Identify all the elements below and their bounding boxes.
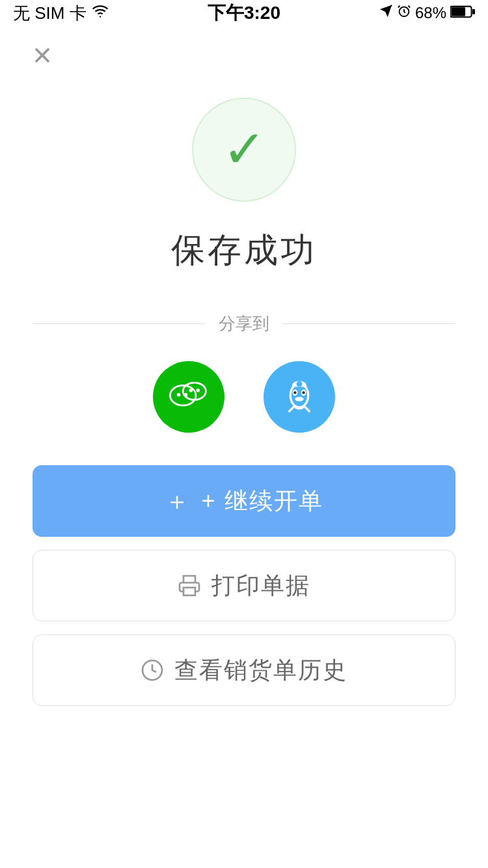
svg-rect-23: [183, 588, 195, 595]
svg-marker-2: [380, 5, 392, 17]
share-divider: 分享到: [33, 312, 455, 335]
svg-point-21: [295, 397, 303, 401]
location-icon: [379, 4, 393, 22]
qq-share-button[interactable]: [264, 361, 335, 433]
status-right: 68%: [379, 4, 475, 22]
svg-point-14: [197, 388, 200, 392]
clock-icon: [141, 658, 164, 682]
continue-label: + 继续开单: [201, 485, 323, 517]
share-label: 分享到: [219, 312, 269, 335]
wifi-icon: [92, 3, 109, 24]
print-button[interactable]: 打印单据: [33, 550, 455, 621]
battery-text: 68%: [415, 4, 446, 22]
action-buttons: ＋ + 继续开单 打印单据 查看销货单历史: [33, 465, 455, 706]
close-button[interactable]: [26, 39, 59, 72]
battery-icon: [450, 4, 475, 22]
history-button[interactable]: 查看销货单历史: [33, 634, 455, 706]
alarm-icon: [397, 4, 411, 22]
history-label: 查看销货单历史: [174, 655, 347, 686]
sim-label: 无 SIM 卡: [13, 2, 87, 25]
svg-point-19: [293, 391, 296, 394]
svg-point-0: [100, 16, 101, 17]
svg-rect-5: [451, 7, 465, 16]
success-title: 保存成功: [171, 228, 317, 273]
share-section: 分享到: [33, 312, 455, 433]
print-icon: [178, 574, 201, 597]
status-time: 下午3:20: [208, 1, 280, 25]
svg-rect-6: [472, 9, 475, 14]
svg-point-16: [291, 385, 307, 406]
checkmark-icon: ✓: [223, 124, 266, 176]
status-bar: 无 SIM 卡 下午3:20 68%: [0, 0, 488, 26]
close-btn-area: [0, 26, 488, 85]
status-left: 无 SIM 卡: [13, 2, 109, 25]
svg-point-22: [297, 381, 303, 387]
plus-icon: ＋: [165, 485, 191, 518]
main-content: ✓ 保存成功 分享到: [0, 85, 488, 868]
svg-point-11: [177, 393, 181, 397]
svg-point-12: [184, 393, 188, 397]
print-label: 打印单据: [211, 570, 310, 602]
continue-button[interactable]: ＋ + 继续开单: [33, 465, 455, 537]
wechat-share-button[interactable]: [153, 361, 224, 433]
svg-point-20: [302, 391, 305, 394]
svg-point-13: [189, 388, 193, 392]
share-icons: [33, 361, 455, 433]
success-circle: ✓: [192, 98, 296, 202]
